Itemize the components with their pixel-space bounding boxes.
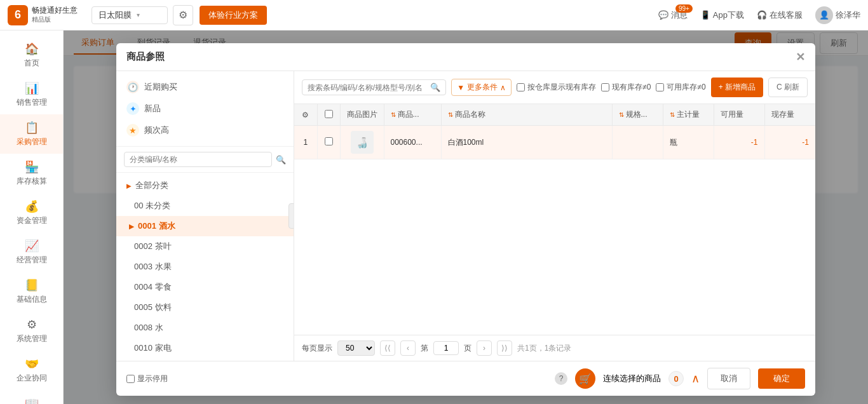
checkbox-avail-input[interactable] [601,83,609,91]
sidebar-item-purchase[interactable]: 📋 采购管理 [0,114,63,154]
cancel-button[interactable]: 取消 [707,368,750,389]
checkbox-avail[interactable]: 现有库存≠0 [601,82,651,93]
sidebar-item-business[interactable]: 📈 经营管理 [0,232,63,272]
page-label: 页 [464,343,471,354]
product-code: 000600... [391,138,423,147]
cat-item-all[interactable]: ▶ 全部分类 [116,175,294,196]
checkbox-stock-input[interactable] [517,83,525,91]
messages-button[interactable]: 💬 消息 99+ [658,10,688,21]
sidebar-item-sales[interactable]: 📊 销售管理 [0,75,63,114]
pagination-bar: 每页显示 50 10 20 100 ⟨⟨ ‹ 第 页 [294,335,815,361]
main-content: 采购订单 到货记录 退货记录 查询 设置 刷新 商品参照 ✕ [64,30,868,404]
show-disabled-label[interactable]: 显示停用 [126,374,168,384]
col-code-header[interactable]: ⇅ 商品... [384,104,441,126]
sidebar-item-home[interactable]: 🏠 首页 [0,36,63,75]
product-search-input[interactable] [308,83,430,92]
category-search-input[interactable] [124,152,272,167]
cat-item-appliance[interactable]: 0010 家电 [116,338,294,358]
trial-button[interactable]: 体验行业方案 [200,6,267,25]
settings-icon[interactable]: ⚙ [302,111,309,119]
dialog-header: 商品参照 ✕ [116,43,815,71]
collapse-panel-button[interactable]: 《 [288,203,294,229]
category-search-area: 🔍 [116,147,294,173]
checkbox-stock[interactable]: 按仓库显示现有库存 [517,82,596,93]
add-product-button[interactable]: + 新增商品 [711,77,763,97]
table-row[interactable]: 1 🍶 00 [294,126,815,159]
nav-selector[interactable]: 日太阳膜 ▾ [92,6,168,24]
search-icon[interactable]: 🔍 [430,83,440,92]
app-download-button[interactable]: 📱 App下载 [700,10,744,21]
prev-page-button[interactable]: ‹ [400,340,416,356]
product-unit: 瓶 [670,138,677,147]
dialog-body: 🕐 近期购买 ✦ 新品 ★ 频次高 [116,71,815,361]
headset-icon: 🎧 [757,10,767,20]
sidebar-item-inventory[interactable]: 🏪 库存核算 [0,154,63,193]
col-stock-header[interactable]: 现存量 [764,104,815,126]
cat-item-fruit[interactable]: 0003 水果 [116,257,294,277]
col-spec-header[interactable]: ⇅ 规格... [612,104,663,126]
gear-button[interactable]: ⚙ [173,5,193,25]
cat-item-snack[interactable]: 0004 零食 [116,277,294,297]
user-profile[interactable]: 👤 徐泽华 [815,6,860,24]
next-page-button[interactable]: › [477,340,492,356]
dialog-footer: 显示停用 ? 🛒 连续选择的商品 0 ∧ 取消 确定 [116,361,815,396]
sidebar-item-guide[interactable]: 📖 新手引导 [0,390,63,404]
sort-icon: ⇅ [619,111,624,118]
sidebar-item-label: 销售管理 [17,97,47,108]
row-code: 000600... [384,126,441,159]
row-check[interactable] [317,126,340,159]
checkbox-usable-input[interactable] [656,83,664,91]
cat-item-liquor[interactable]: ▶ 0001 酒水 [116,216,294,236]
cat-item-uncategorized[interactable]: 00 未分类 [116,196,294,216]
home-icon: 🏠 [25,42,39,56]
row-checkbox[interactable] [325,137,333,145]
refresh-product-button[interactable]: C 刷新 [768,77,808,97]
show-disabled-checkbox[interactable] [126,375,135,383]
cat-item-beverage[interactable]: 0005 饮料 [116,297,294,318]
cart-icon-button[interactable]: 🛒 [575,368,595,389]
cat-label: 0001 酒水 [138,220,175,232]
col-unit-header[interactable]: ⇅ 主计量 [663,104,714,126]
product-table-container: ⚙ 商品图片 [294,104,815,335]
confirm-button[interactable]: 确定 [758,368,805,389]
filter-more-button[interactable]: ▼ 更多条件 ∧ [451,79,512,96]
page-input[interactable] [433,341,459,355]
last-page-button[interactable]: ⟩⟩ [497,340,512,356]
product-table: ⚙ 商品图片 [294,104,815,159]
cat-label: 0004 零食 [134,281,172,293]
quick-filter-recent[interactable]: 🕐 近期购买 [116,76,294,98]
basic-icon: 📒 [25,278,39,292]
cat-item-water[interactable]: 0008 水 [116,318,294,338]
quick-filter-freq[interactable]: ★ 频次高 [116,119,294,141]
online-service-button[interactable]: 🎧 在线客服 [757,10,803,21]
toolbar-right: + 新增商品 C 刷新 [711,77,808,97]
category-search-icon[interactable]: 🔍 [276,155,286,165]
page-size-select[interactable]: 50 10 20 100 [337,340,375,356]
row-seq: 1 [303,138,308,147]
cat-label: 0008 水 [134,322,163,333]
col-stock-label: 现存量 [771,109,794,120]
sidebar-item-collab[interactable]: 🤝 企业协同 [0,351,63,390]
col-name-header[interactable]: ⇅ 商品名称 [441,104,612,126]
sidebar-item-finance[interactable]: 💰 资金管理 [0,193,63,232]
col-avail-header[interactable]: 可用量 [714,104,764,126]
sidebar-item-basic[interactable]: 📒 基础信息 [0,272,63,311]
dialog-right-panel: 🔍 ▼ 更多条件 ∧ 按仓库显示现有库存 [294,71,815,361]
quick-filter-new[interactable]: ✦ 新品 [116,98,294,119]
topbar: 6 畅捷通好生意 精品版 日太阳膜 ▾ ⚙ 体验行业方案 💬 消息 99+ 📱 … [0,0,868,30]
main-layout: 🏠 首页 📊 销售管理 📋 采购管理 🏪 库存核算 💰 资金管理 📈 经营管理 … [0,30,868,404]
row-unit: 瓶 [663,126,714,159]
nav-selector-label: 日太阳膜 [98,10,132,21]
collapse-cart-icon[interactable]: ∧ [691,372,700,386]
checkbox-stock-label: 按仓库显示现有库存 [527,82,596,93]
product-thumbnail: 🍶 [351,131,374,154]
dialog-close-button[interactable]: ✕ [796,50,805,64]
checkbox-usable[interactable]: 可用库存≠0 [656,82,705,93]
sidebar-item-label: 系统管理 [17,333,47,344]
cat-item-tea[interactable]: 0002 茶叶 [116,236,294,257]
first-page-button[interactable]: ⟨⟨ [380,340,395,356]
sidebar: 🏠 首页 📊 销售管理 📋 采购管理 🏪 库存核算 💰 资金管理 📈 经营管理 … [0,30,64,404]
sidebar-item-system[interactable]: ⚙ 系统管理 [0,311,63,351]
select-all-checkbox[interactable] [325,110,333,118]
help-icon[interactable]: ? [555,372,567,385]
